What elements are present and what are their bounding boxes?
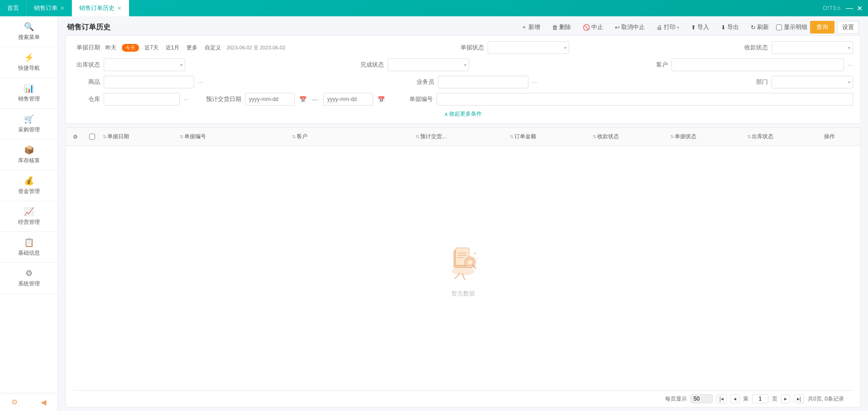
sidebar-item-inventory-label: 库存核算 [18, 157, 40, 164]
salesperson-input[interactable] [438, 76, 528, 88]
date-option-today[interactable]: 今天 [122, 44, 139, 52]
department-select[interactable] [772, 76, 853, 88]
total-info: 共0页, 0条记录 [808, 395, 844, 403]
first-page-button[interactable]: |◂ [716, 394, 727, 403]
next-page-button[interactable]: ▸ [781, 394, 790, 403]
date-option-1month[interactable]: 近1月 [164, 44, 182, 52]
sidebar-item-sales[interactable]: 📊 销售管理 [0, 78, 58, 109]
tab-home[interactable]: 首页 [0, 0, 27, 16]
th-delivery[interactable]: ⇅ 预计交货... [412, 133, 507, 140]
th-pay-status[interactable]: ⇅ 收款状态 [589, 133, 666, 140]
order-status-select[interactable]: 草稿 已审核 已完成 [488, 41, 569, 54]
delivery-date-from[interactable] [245, 93, 295, 106]
th-stock-status[interactable]: ⇅ 出库状态 [743, 133, 820, 140]
sidebar-item-quick-nav[interactable]: ⚡ 快捷导航 [0, 47, 58, 78]
sidebar-item-search-menu[interactable]: 🔍 搜索菜单 [0, 16, 58, 47]
display-detail-checkbox-label[interactable]: 显示明细 [776, 23, 807, 31]
warehouse-input[interactable] [104, 93, 180, 106]
th-checkbox[interactable] [86, 134, 99, 140]
print-button[interactable]: 🖨 打印 ▾ [652, 21, 684, 33]
pagination-bar: 每页显示 20 50 100 |◂ ◂ 第 页 ▸ ▸| 共0页, 0条记录 [73, 390, 853, 407]
page-size-select[interactable]: 20 50 100 [691, 394, 713, 403]
stock-out-select[interactable]: 未出库 部分出库 已出库 [104, 58, 185, 71]
th-amount[interactable]: ⇅ 订单金额 [506, 133, 589, 140]
sales-icon: 📊 [24, 83, 34, 93]
window-minimize-icon[interactable]: — [846, 4, 853, 12]
svg-text:✦: ✦ [476, 257, 479, 260]
refresh-button[interactable]: ↻ 刷新 [746, 21, 773, 33]
sidebar-settings-icon[interactable]: ⚙ [11, 398, 18, 406]
sidebar-item-inventory[interactable]: 📦 库存核算 [0, 140, 58, 170]
th-settings[interactable]: ⚙ [69, 134, 86, 140]
close-tab-history[interactable]: ✕ [117, 5, 121, 11]
date-option-7days[interactable]: 近7天 [143, 44, 160, 52]
th-date[interactable]: ⇅ 单据日期 [99, 133, 176, 140]
th-number[interactable]: ⇅ 单据编号 [176, 133, 288, 140]
payment-status-select-wrap: 未收款 部分收款 已收款 ▾ [772, 41, 853, 54]
salesperson-ellipsis-icon[interactable]: ··· [532, 78, 537, 86]
collapse-link[interactable]: ∧ 收起更多条件 [444, 110, 482, 118]
goods-input[interactable] [104, 76, 194, 88]
calendar-to-icon[interactable]: 📅 [378, 96, 385, 103]
query-button[interactable]: 查询 [810, 21, 834, 34]
prev-page-button[interactable]: ◂ [730, 394, 739, 403]
cancel-stop-button[interactable]: ↩ 取消中止 [610, 21, 649, 33]
date-option-custom[interactable]: 自定义 [203, 44, 223, 52]
payment-status-select[interactable]: 未收款 部分收款 已收款 [772, 41, 853, 54]
page-label: 页 [772, 395, 777, 403]
sidebar-item-finance[interactable]: 💰 资金管理 [0, 170, 58, 201]
sort-pay-status-icon: ⇅ [593, 134, 596, 139]
sort-amount-icon: ⇅ [510, 134, 513, 139]
export-button[interactable]: ⬇ 导出 [716, 21, 743, 33]
sidebar-item-finance-label: 资金管理 [18, 188, 40, 195]
sort-order-status-icon: ⇅ [670, 134, 674, 139]
last-page-button[interactable]: ▸| [794, 394, 804, 403]
date-option-more[interactable]: 更多 [185, 44, 199, 52]
delivery-date-to[interactable] [323, 93, 373, 106]
sidebar-item-basic-info[interactable]: 📋 基础信息 [0, 232, 58, 263]
window-close-icon[interactable]: ✕ [857, 4, 863, 13]
import-button[interactable]: ⬆ 导入 [686, 21, 714, 33]
stop-icon: 🚫 [583, 24, 590, 31]
close-tab-sales-order[interactable]: ✕ [60, 5, 64, 11]
new-button[interactable]: ＋ + 新增 新增 [517, 21, 545, 33]
settings-button[interactable]: 设置 [837, 21, 859, 34]
stop-button[interactable]: 🚫 中止 [578, 21, 608, 33]
page-number-input[interactable] [752, 394, 768, 403]
sidebar-item-purchase[interactable]: 🛒 采购管理 [0, 109, 58, 140]
customer-input[interactable] [671, 58, 844, 71]
tab-sales-order-history[interactable]: 销售订单历史 ✕ [72, 0, 129, 16]
display-detail-checkbox[interactable] [776, 24, 782, 30]
warehouse-ellipsis-icon[interactable]: ··· [183, 96, 189, 103]
th-action: 操作 [820, 133, 857, 140]
date-separator: — [312, 96, 318, 103]
filter-row-4: 仓库 ··· 预计交货日期 📅 — 📅 单据编号 [73, 93, 853, 106]
th-customer[interactable]: ⇅ 客户 [288, 133, 412, 140]
goods-ellipsis-icon[interactable]: ··· [198, 78, 203, 86]
stock-out-select-wrap: 未出库 部分出库 已出库 ▾ [104, 58, 185, 71]
sidebar-item-basic-label: 基础信息 [18, 249, 40, 257]
customer-ellipsis-icon[interactable]: ··· [848, 61, 853, 68]
purchase-icon: 🛒 [24, 114, 34, 124]
page-size-label: 每页显示 [665, 395, 687, 403]
calendar-from-icon[interactable]: 📅 [299, 96, 307, 103]
refresh-icon: ↻ [751, 24, 756, 31]
department-select-wrap: ▾ [772, 76, 853, 88]
sort-number-icon: ⇅ [180, 134, 183, 139]
finance-icon: 💰 [24, 176, 34, 186]
sidebar-item-system[interactable]: ⚙ 系统管理 [0, 263, 58, 294]
select-all-checkbox[interactable] [89, 134, 95, 140]
sidebar-bottom: ⚙ ◀ [0, 393, 58, 411]
date-option-yesterday[interactable]: 昨天 [104, 44, 118, 52]
table-settings-icon[interactable]: ⚙ [73, 134, 78, 140]
sidebar-collapse-icon[interactable]: ◀ [41, 398, 46, 406]
order-number-input[interactable] [436, 93, 853, 106]
complete-status-select[interactable]: 未完成 已完成 [388, 58, 469, 71]
th-order-status[interactable]: ⇅ 单据状态 [667, 133, 743, 140]
delete-button[interactable]: 🗑 删除 [547, 21, 575, 33]
sidebar-item-operations[interactable]: 📈 经营管理 [0, 201, 58, 232]
table-body: ✦ ✦ 暂无数据 [66, 146, 860, 390]
department-label: 部门 [741, 78, 768, 86]
tab-sales-order[interactable]: 销售订单 ✕ [27, 0, 72, 16]
print-icon: 🖨 [657, 24, 662, 31]
